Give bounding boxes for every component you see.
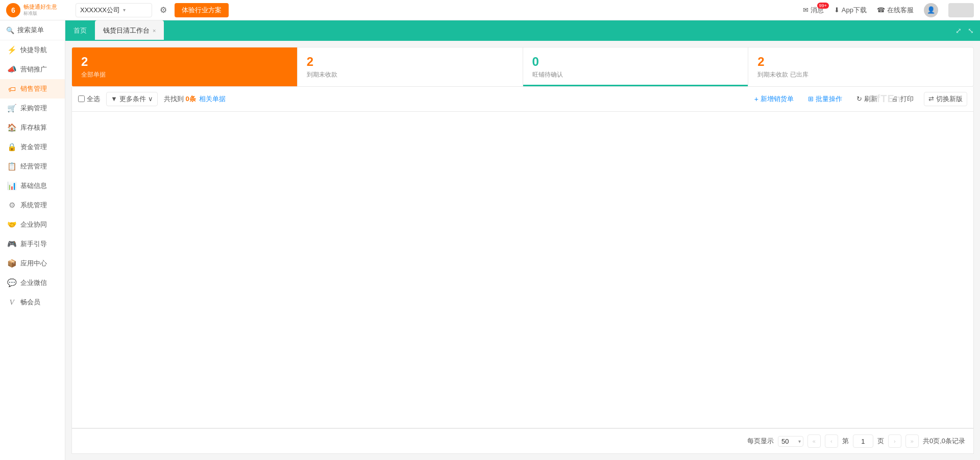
select-all-checkbox[interactable]: 全选 (78, 94, 100, 104)
page-input[interactable] (853, 434, 873, 448)
marketing-icon: 📣 (7, 65, 16, 74)
sidebar-item-system[interactable]: ⚙ 系统管理 (0, 196, 65, 215)
batch-icon: ⊞ (808, 95, 814, 103)
sidebar-item-label: 基础信息 (20, 181, 47, 190)
page-suffix: 页 (877, 437, 884, 446)
sidebar-item-label: 新手引导 (20, 239, 47, 249)
select-all-label: 全选 (87, 94, 100, 104)
settings-button[interactable]: ⚙ (156, 3, 170, 17)
add-sale-button[interactable]: + 新增销货单 (750, 92, 798, 106)
tab-home[interactable]: 首页 (65, 20, 95, 41)
inventory-icon: 🏠 (7, 123, 16, 132)
chevron-icon: ∨ (148, 95, 153, 103)
print-button[interactable]: 🖨 打印 (888, 92, 918, 106)
print-label: 打印 (900, 94, 914, 104)
sidebar-search[interactable]: 🔍 搜索菜单 (0, 20, 65, 40)
sidebar-item-weixin[interactable]: 💬 企业微信 (0, 273, 65, 293)
switch-icon: ⇄ (928, 95, 934, 103)
stat-card-all[interactable]: 2 全部单据 (72, 47, 298, 86)
sidebar-item-inventory[interactable]: 🏠 库存核算 (0, 118, 65, 137)
tab-home-label: 首页 (74, 26, 87, 35)
sidebar-item-quick-nav[interactable]: ⚡ 快捷导航 (0, 40, 65, 60)
refresh-button[interactable]: ↻ 刷新 (852, 92, 881, 106)
avatar[interactable]: 👤 (924, 3, 938, 17)
sidebar-item-sales[interactable]: 🏷 销售管理 (0, 79, 65, 99)
stat-card-overdue[interactable]: 2 到期未收款 (298, 47, 523, 86)
sidebar-search-label: 搜索菜单 (17, 26, 44, 35)
toolbar: 全选 ▼ 更多条件 ∨ 共找到 0条 相关单据 + 新增销货单 (71, 87, 974, 112)
sidebar-item-label: 采购管理 (20, 104, 47, 113)
sidebar-item-label: 快捷导航 (20, 45, 47, 55)
company-selector[interactable]: XXXXXX公司 ▾ (76, 3, 152, 17)
sales-icon: 🏷 (7, 85, 16, 93)
sidebar-item-basic-info[interactable]: 📊 基础信息 (0, 176, 65, 196)
beginner-icon: 🎮 (7, 239, 16, 249)
filter-button[interactable]: ▼ 更多条件 ∨ (106, 92, 158, 106)
switch-version-button[interactable]: ⇄ 切换新版 (924, 92, 967, 106)
found-text: 共找到 0条 (164, 94, 196, 104)
sidebar-item-enterprise[interactable]: 🤝 企业协同 (0, 215, 65, 234)
switch-btn-label: 切换新版 (936, 94, 963, 104)
basic-info-icon: 📊 (7, 181, 16, 190)
page-size-select[interactable]: 50 10 20 100 (778, 436, 803, 447)
sidebar-item-label: 系统管理 (20, 201, 47, 210)
sidebar-item-label: 库存核算 (20, 123, 47, 132)
sidebar-item-app-center[interactable]: 📦 应用中心 (0, 254, 65, 273)
experience-button[interactable]: 体验行业方案 (175, 3, 229, 17)
online-service-label: 在线客服 (887, 6, 914, 15)
quick-nav-icon: ⚡ (7, 45, 16, 55)
message-icon: ✉ (803, 6, 808, 14)
logo-text-area: 畅捷通好生意 标准版 (23, 3, 57, 17)
last-page-button[interactable]: » (905, 434, 919, 448)
sidebar-item-member[interactable]: V 畅会员 (0, 293, 65, 312)
purchase-icon: 🛒 (7, 104, 16, 113)
page-content: 2 全部单据 2 到期未收款 0 旺铺待确认 2 到期未收款 已出库 (65, 41, 980, 460)
tab-close-icon[interactable]: × (153, 28, 156, 34)
sidebar-item-marketing[interactable]: 📣 营销推广 (0, 60, 65, 79)
online-service-button[interactable]: ☎ 在线客服 (877, 6, 914, 15)
plus-icon: + (754, 95, 758, 103)
funds-icon: 🔒 (7, 142, 16, 152)
stats-row: 2 全部单据 2 到期未收款 0 旺铺待确认 2 到期未收款 已出库 (71, 47, 974, 87)
messages-button[interactable]: ✉ 消息 99+ (803, 6, 824, 15)
sidebar-item-label: 应用中心 (20, 259, 47, 268)
search-icon: 🔍 (6, 27, 14, 34)
page-size-wrapper: 50 10 20 100 (778, 436, 803, 447)
messages-badge: 99+ (817, 3, 829, 9)
restore-icon[interactable]: ⤢ (953, 25, 964, 37)
sidebar-item-purchase[interactable]: 🛒 采购管理 (0, 99, 65, 118)
per-page-label: 每页显示 (747, 437, 774, 446)
sidebar-item-operations[interactable]: 📋 经营管理 (0, 157, 65, 176)
maximize-icon[interactable]: ⤡ (966, 25, 976, 37)
logo-badge: 标准版 (23, 10, 57, 17)
content-area: 首页 钱货日清工作台 × ⤢ ⤡ 2 全部单据 2 (65, 20, 980, 460)
member-icon: V (7, 298, 16, 307)
next-page-button[interactable]: › (888, 434, 901, 448)
refresh-icon: ↻ (856, 95, 862, 103)
avatar-icon: 👤 (927, 6, 935, 14)
batch-operation-button[interactable]: ⊞ 批量操作 (804, 92, 846, 106)
sidebar-item-funds[interactable]: 🔒 资金管理 (0, 137, 65, 157)
sidebar-item-label: 经营管理 (20, 162, 47, 171)
first-page-button[interactable]: « (807, 434, 821, 448)
logo-icon: 6 (6, 3, 20, 17)
weixin-icon: 💬 (7, 278, 16, 287)
nav-tabs: 首页 钱货日清工作台 × ⤢ ⤡ (65, 20, 980, 41)
print-icon: 🖨 (892, 95, 898, 103)
sidebar-item-label: 营销推广 (20, 65, 47, 74)
page-label: 第 (842, 437, 849, 446)
sidebar-item-label: 企业协同 (20, 220, 47, 229)
prev-page-button[interactable]: ‹ (825, 434, 838, 448)
tab-active[interactable]: 钱货日清工作台 × (95, 20, 164, 41)
operations-icon: 📋 (7, 162, 16, 171)
sidebar-item-beginner[interactable]: 🎮 新手引导 (0, 234, 65, 254)
stat-card-shipped[interactable]: 2 到期未收款 已出库 (748, 47, 973, 86)
stat-card-wangpu[interactable]: 0 旺铺待确认 (523, 47, 749, 86)
refresh-label: 刷新 (864, 94, 877, 104)
chevron-down-icon: ▾ (123, 7, 126, 13)
select-all-input[interactable] (78, 95, 85, 102)
app-download-button[interactable]: ⬇ App下载 (834, 6, 867, 15)
toolbar-actions: + 新增销货单 ⊞ 批量操作 ↻ 刷新 🖨 打印 (750, 92, 967, 106)
logo-text: 畅捷通好生意 (23, 3, 57, 10)
related-link[interactable]: 相关单据 (199, 94, 226, 104)
